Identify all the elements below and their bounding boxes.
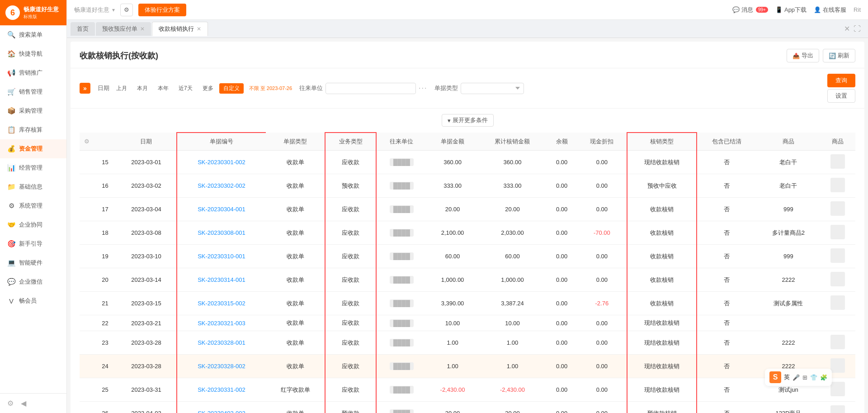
- filter-date-this-month[interactable]: 本月: [133, 83, 152, 94]
- filter-dots[interactable]: ···: [419, 84, 427, 92]
- row-settings[interactable]: [80, 355, 94, 378]
- sidebar-item-search[interactable]: 🔍 搜索菜单: [0, 25, 66, 44]
- sidebar-item-sales[interactable]: 🛒 销售管理: [0, 82, 66, 101]
- table-row: 21 2023-03-15 SK-20230315-002 收款单 应收款 ██…: [80, 292, 855, 315]
- doc-link[interactable]: SK-20230403-002: [198, 410, 245, 413]
- row-accum: 1.00: [478, 331, 547, 355]
- row-seq: 24: [94, 355, 116, 378]
- export-button[interactable]: 📤 导出: [787, 49, 819, 62]
- row-settings[interactable]: [80, 174, 94, 198]
- brand-sub: 标推版: [24, 14, 59, 20]
- sidebar-item-wechat[interactable]: 💬 企业微信: [0, 272, 66, 291]
- filter-date-buttons: 上月 本月 本年 近7天 更多 自定义: [112, 83, 244, 94]
- sidebar-item-system[interactable]: ⚙ 系统管理: [0, 196, 66, 215]
- filter-date-last-month[interactable]: 上月: [112, 83, 131, 94]
- sidebar-icon-sales: 🛒: [7, 88, 15, 96]
- row-seq: 17: [94, 198, 116, 221]
- row-settings[interactable]: [80, 221, 94, 245]
- sidebar-icon-inventory: 📋: [7, 126, 15, 134]
- row-discount: 0.00: [577, 315, 627, 331]
- row-discount: 0.00: [577, 268, 627, 292]
- sidebar-item-member[interactable]: V 畅会员: [0, 291, 66, 310]
- col-settings-header[interactable]: ⚙: [80, 133, 94, 151]
- row-discount: -70.00: [577, 221, 627, 245]
- topbar-gear-button[interactable]: ⚙: [120, 4, 133, 16]
- row-doctype: 收款单: [266, 292, 326, 315]
- doc-link[interactable]: SK-20230301-002: [198, 159, 245, 166]
- industry-solution-button[interactable]: 体验行业方案: [138, 4, 186, 16]
- row-seq: 16: [94, 174, 116, 198]
- row-settings[interactable]: [80, 245, 94, 268]
- messages-button[interactable]: 💬 消息 99+: [732, 6, 768, 14]
- row-date: 2023-03-14: [116, 268, 177, 292]
- row-settings[interactable]: [80, 198, 94, 221]
- doc-link[interactable]: SK-20230302-002: [198, 182, 245, 189]
- tab-home-label: 首页: [77, 25, 89, 33]
- table-header-row: ⚙ 日期 单据编号 单据类型 业务类型 往来单位 单据金额 累计核销金额 余额 …: [80, 133, 855, 151]
- filter-receipt-type-select[interactable]: [461, 83, 524, 94]
- filter-toggle-button[interactable]: »: [80, 83, 90, 94]
- row-date: 2023-03-28: [116, 355, 177, 378]
- tab-close-all-button[interactable]: ✕: [844, 24, 850, 33]
- tab-collection-close[interactable]: ✕: [197, 26, 201, 32]
- row-goods: 测试多属性: [756, 292, 821, 315]
- sidebar-item-newbie[interactable]: 🎯 新手引导: [0, 234, 66, 253]
- sidebar-item-hardware[interactable]: 💻 智能硬件: [0, 253, 66, 272]
- sidebar-item-inventory[interactable]: 📋 库存核算: [0, 120, 66, 139]
- filter-date-custom[interactable]: 自定义: [219, 83, 244, 94]
- app-download-button[interactable]: 📱 App下载: [775, 6, 807, 14]
- sidebar-item-operation[interactable]: 📊 经营管理: [0, 158, 66, 177]
- doc-link[interactable]: SK-20230328-001: [198, 339, 245, 346]
- row-settled: 否: [697, 245, 756, 268]
- row-amount: 20.00: [427, 402, 478, 413]
- sidebar-label-inventory: 库存核算: [19, 126, 42, 134]
- row-settings[interactable]: [80, 151, 94, 174]
- filter-settings-button[interactable]: 设置: [827, 89, 855, 103]
- collapse-icon[interactable]: ◀: [21, 399, 26, 408]
- settings-icon[interactable]: ⚙: [7, 399, 14, 408]
- doc-link[interactable]: SK-20230328-002: [198, 363, 245, 370]
- filter-receipt-type-label: 单据类型: [434, 84, 458, 92]
- doc-link[interactable]: SK-20230304-001: [198, 206, 245, 213]
- sidebar-item-finance[interactable]: 💰 资金管理: [0, 139, 66, 158]
- sidebar-item-enterprise[interactable]: 🤝 企业协同: [0, 215, 66, 234]
- logo-icon: 6: [5, 5, 20, 20]
- row-settings[interactable]: [80, 268, 94, 292]
- row-settings[interactable]: [80, 402, 94, 413]
- doc-link[interactable]: SK-20230315-002: [198, 300, 245, 307]
- row-settled: 否: [697, 355, 756, 378]
- doc-link[interactable]: SK-20230321-003: [198, 320, 245, 327]
- topbar-dropdown-icon[interactable]: ▾: [112, 7, 115, 13]
- row-settings[interactable]: [80, 292, 94, 315]
- filter-date-7days[interactable]: 近7天: [175, 83, 197, 94]
- tab-expand-button[interactable]: ⛶: [854, 25, 861, 33]
- tab-home[interactable]: 首页: [71, 22, 95, 36]
- filter-query-button[interactable]: 查询: [827, 74, 855, 87]
- sidebar-item-basic[interactable]: 📁 基础信息: [0, 177, 66, 196]
- row-goods: 老白干: [756, 174, 821, 198]
- online-service-button[interactable]: 👤 在线客服: [814, 6, 846, 14]
- sidebar-item-marketing[interactable]: 📢 营销推广: [0, 63, 66, 82]
- row-settings[interactable]: [80, 378, 94, 402]
- doc-link[interactable]: SK-20230314-001: [198, 276, 245, 283]
- expand-conditions-button[interactable]: ▾ 展开更多条件: [442, 114, 494, 127]
- tab-prepay[interactable]: 预收预应付单 ✕: [96, 22, 151, 36]
- doc-link[interactable]: SK-20230310-001: [198, 253, 245, 260]
- doc-link[interactable]: SK-20230308-001: [198, 229, 245, 236]
- tab-prepay-close[interactable]: ✕: [140, 26, 145, 32]
- refresh-button[interactable]: 🔄 刷新: [823, 49, 855, 62]
- row-biztype: 应收款: [325, 315, 376, 331]
- row-settings[interactable]: [80, 331, 94, 355]
- sidebar-item-purchase[interactable]: 📦 采购管理: [0, 101, 66, 120]
- filter-date-this-year[interactable]: 本年: [154, 83, 173, 94]
- doc-link[interactable]: SK-20230331-002: [198, 386, 245, 393]
- row-amount: 1.00: [427, 355, 478, 378]
- filter-date-more[interactable]: 更多: [198, 83, 217, 94]
- refresh-label: 刷新: [838, 52, 849, 60]
- row-settings[interactable]: [80, 315, 94, 331]
- filter-partner-input[interactable]: [326, 83, 416, 94]
- sidebar-item-quicknav[interactable]: 🏠 快捷导航: [0, 44, 66, 63]
- tab-collection[interactable]: 收款核销执行 ✕: [152, 22, 208, 36]
- sidebar-label-member: 畅会员: [19, 297, 37, 305]
- row-date: 2023-03-10: [116, 245, 177, 268]
